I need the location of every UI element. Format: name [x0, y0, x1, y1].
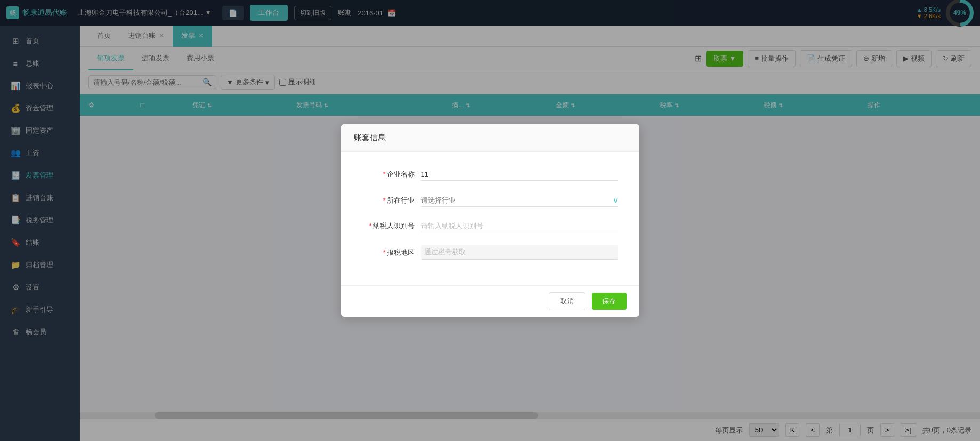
industry-label: *所在行业 [362, 196, 421, 205]
industry-select-wrap[interactable]: ∨ [421, 194, 618, 207]
form-row-industry: *所在行业 ∨ [362, 194, 618, 207]
form-row-tax-id: *纳税人识别号 [362, 220, 618, 232]
dialog-footer: 取消 保存 [341, 285, 639, 317]
save-button[interactable]: 保存 [592, 293, 627, 310]
modal-overlay: 账套信息 *企业名称 *所在行业 ∨ [0, 0, 980, 441]
form-row-tax-region: *报税地区 通过税号获取 [362, 245, 618, 260]
company-name-input[interactable] [421, 168, 618, 181]
dialog-account-info: 账套信息 *企业名称 *所在行业 ∨ [341, 124, 639, 317]
tax-id-input[interactable] [421, 220, 618, 232]
dialog-header: 账套信息 [341, 124, 639, 152]
chevron-down-icon: ∨ [613, 196, 618, 204]
tax-id-label: *纳税人识别号 [362, 221, 421, 231]
company-name-label: *企业名称 [362, 170, 421, 179]
dialog-body: *企业名称 *所在行业 ∨ *纳税人识别号 [341, 152, 639, 285]
form-row-company: *企业名称 [362, 168, 618, 181]
tax-region-label: *报税地区 [362, 248, 421, 258]
industry-input[interactable] [421, 196, 613, 204]
tax-region-display: 通过税号获取 [421, 245, 618, 260]
dialog-title: 账套信息 [354, 133, 386, 142]
cancel-button[interactable]: 取消 [549, 292, 585, 310]
